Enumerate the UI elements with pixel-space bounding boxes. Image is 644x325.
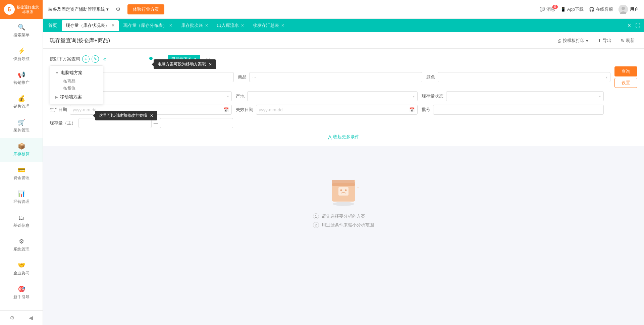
tab-bar-right: ✕ ⛶ [626, 21, 643, 30]
scheme-sub-by-location[interactable]: 按货位 [61, 85, 103, 92]
collapse-sidebar-btn[interactable]: ◀ [28, 313, 34, 322]
online-support-button[interactable]: 🎧 在线客服 [589, 6, 613, 12]
field-color: 颜色 ▾ [426, 72, 610, 82]
produce-date-label: 生产日期 [50, 107, 67, 113]
main-area: 装备及固定资产辅助管理系统 ▾ ⚙ 体验行业方案 💬 消息 6 📱 App下载 … [43, 0, 644, 325]
tab-close-inventory-dist[interactable]: ✕ [169, 23, 172, 28]
edit-scheme-button[interactable]: ✎ [92, 55, 99, 63]
phone-icon: 📱 [560, 7, 566, 12]
product-input[interactable]: ··· [249, 72, 422, 82]
tab-inventory-status[interactable]: 现存量（库存状况表） ✕ [62, 20, 119, 31]
gear-button[interactable]: ⚙ [113, 4, 123, 15]
filter-by-label: 按以下方案查询 [50, 56, 80, 62]
header-right: 💬 消息 6 📱 App下载 🎧 在线客服 [540, 5, 639, 14]
create-tooltip: 这里可以创建和修改方案哦 ✕ [95, 111, 157, 120]
refresh-button[interactable]: ↻ 刷新 [618, 36, 637, 45]
settings-bottom-btn[interactable]: ⚙ [8, 313, 16, 322]
svg-point-8 [333, 202, 354, 206]
print-arrow-icon: ▾ [586, 38, 588, 43]
status-select[interactable]: ▾ [446, 91, 604, 101]
tab-close-batch-ledger[interactable]: ✕ [205, 23, 208, 28]
app-download-button[interactable]: 📱 App下载 [560, 6, 584, 12]
collapse-up-icon: ⋀ [328, 134, 332, 140]
expire-date-icon: 📅 [409, 107, 415, 112]
user-area[interactable]: 用户 [619, 5, 639, 14]
sales-icon: 💰 [18, 95, 25, 102]
search-btn-group: 查询 设置 [614, 66, 637, 88]
tab-inventory-dist[interactable]: 现存量（库存分布表） ✕ [119, 20, 176, 31]
print-button[interactable]: 🖨 按模板打印 ▾ [554, 36, 591, 45]
tab-batch-ledger[interactable]: 库存批次账 ✕ [177, 20, 212, 31]
qty-label: 现存量（主） [50, 120, 76, 126]
industry-button[interactable]: 体验行业方案 [127, 4, 164, 14]
page-title: 现存量查询(按仓库+商品) [50, 37, 110, 44]
page-title-row: 现存量查询(按仓库+商品) 🖨 按模板打印 ▾ ⬆ 导出 ↻ 刷新 [50, 36, 637, 48]
collapse-icon: ▶ [55, 95, 58, 99]
message-button[interactable]: 💬 消息 6 [540, 6, 555, 12]
search-button[interactable]: 查询 [614, 66, 637, 76]
tab-close-inout-flow[interactable]: ✕ [241, 23, 244, 28]
scheme-connector-dot [149, 57, 153, 60]
svg-rect-4 [332, 180, 355, 186]
message-badge: 6 [552, 5, 558, 9]
sidebar-item-search[interactable]: 🔍 搜索菜单 [0, 19, 43, 43]
scheme-item-desktop[interactable]: ▼ 电脑端方案 [50, 68, 103, 77]
sidebar: 6 畅捷通好生意 标准版 🔍 搜索菜单 ⚡ 快捷导航 📢 营销推广 💰 销售管理… [0, 0, 43, 325]
page-actions: 🖨 按模板打印 ▾ ⬆ 导出 ↻ 刷新 [554, 36, 637, 45]
sidebar-item-ops[interactable]: 📊 经营管理 [0, 185, 43, 209]
origin-select[interactable]: ▾ [247, 91, 418, 101]
tab-fullscreen-icon[interactable]: ⛶ [634, 21, 641, 30]
sidebar-item-sales[interactable]: 💰 销售管理 [0, 90, 43, 114]
expire-date-input[interactable]: yyyy-mm-dd 📅 [256, 105, 418, 115]
page-content: 现存量查询(按仓库+商品) 🖨 按模板打印 ▾ ⬆ 导出 ↻ 刷新 [43, 32, 644, 325]
page-header-area: 现存量查询(按仓库+商品) 🖨 按模板打印 ▾ ⬆ 导出 ↻ 刷新 [43, 32, 644, 49]
tab-close-all-icon[interactable]: ✕ [626, 21, 633, 30]
scheme-sub-by-product[interactable]: 按商品 [61, 78, 103, 85]
add-scheme-button[interactable]: + [82, 55, 90, 63]
sidebar-item-inventory[interactable]: 📦 库存核算 [0, 138, 43, 162]
field-status: 现存量状态 ▾ [422, 91, 604, 101]
tab-close-recv-summary[interactable]: ✕ [281, 23, 284, 28]
refresh-icon: ↻ [621, 38, 625, 43]
tab-close-inventory-status[interactable]: ✕ [111, 23, 115, 28]
qty-range-dash: — [154, 121, 158, 126]
expire-date-label: 失效日期 [236, 107, 253, 113]
collab-icon: 🤝 [18, 262, 25, 269]
sidebar-item-collab[interactable]: 🤝 企业协同 [0, 257, 43, 281]
tab-home[interactable]: 首页 [44, 20, 61, 31]
empty-hints: 1 请先选择要分析的方案 2 用过滤条件来缩小分析范围 [313, 212, 374, 229]
scheme-item-mobile[interactable]: ▶ 移动端方案 [50, 93, 103, 101]
svg-text:✦: ✦ [357, 186, 359, 189]
sidebar-item-finance[interactable]: 💳 资金管理 [0, 162, 43, 185]
reset-button[interactable]: 设置 [614, 78, 637, 88]
tooltip2-close-icon[interactable]: ✕ [150, 113, 153, 118]
sidebar-item-nav[interactable]: ⚡ 快捷导航 [0, 43, 43, 66]
sidebar-item-system[interactable]: ⚙ 系统管理 [0, 233, 43, 257]
marketing-icon: 📢 [18, 71, 25, 78]
system-selector[interactable]: 装备及固定资产辅助管理系统 ▾ [48, 6, 109, 12]
field-expire-date: 失效日期 yyyy-mm-dd 📅 [236, 105, 418, 115]
status-label: 现存量状态 [422, 93, 443, 99]
sidebar-item-basic[interactable]: 🗂 基础信息 [0, 209, 43, 233]
dropdown-arrow-icon: ▾ [106, 7, 109, 12]
tab-recv-summary[interactable]: 收发存汇总表 ✕ [249, 20, 288, 31]
produce-date-icon: 📅 [223, 107, 229, 112]
svg-text:✦: ✦ [353, 179, 356, 183]
tab-inout-flow[interactable]: 出入库流水 ✕ [213, 20, 248, 31]
batch-input[interactable] [433, 105, 604, 115]
filter-label-area: 按以下方案查询 + ✎ « [50, 53, 108, 63]
scheme-arrow-button[interactable]: « [101, 55, 108, 63]
sidebar-item-purchase[interactable]: 🛒 采购管理 [0, 114, 43, 138]
color-label: 颜色 [426, 74, 435, 80]
sidebar-item-guide[interactable]: 🎯 新手引导 [0, 281, 43, 305]
collapse-button[interactable]: ⋀ 收起更多条件 [328, 134, 359, 140]
guide-icon: 🎯 [18, 285, 25, 293]
sidebar-item-marketing[interactable]: 📢 营销推广 [0, 66, 43, 90]
color-select[interactable]: ▾ [438, 72, 610, 82]
print-icon: 🖨 [557, 38, 561, 43]
export-button[interactable]: ⬆ 导出 [595, 36, 614, 45]
logo-text: 畅捷通好生意 标准版 [17, 5, 39, 14]
export-icon: ⬆ [598, 38, 601, 43]
tooltip-close-icon[interactable]: ✕ [209, 62, 212, 67]
qty-max-input[interactable] [160, 118, 233, 128]
